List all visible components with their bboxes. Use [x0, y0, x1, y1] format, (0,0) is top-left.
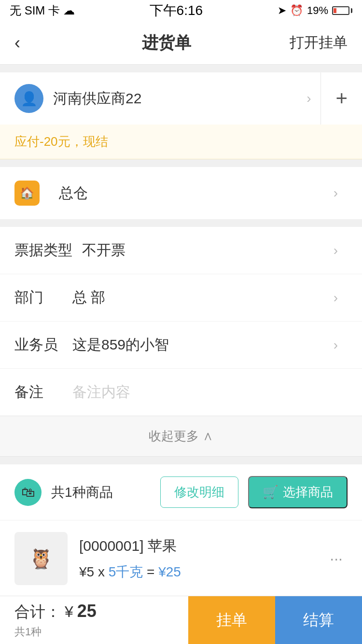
open-hang-button[interactable]: 打开挂单 [290, 33, 348, 53]
price-base: ¥5 [79, 564, 94, 579]
warehouse-chevron-icon: › [324, 185, 348, 201]
remark-row[interactable]: 备注 备注内容 [0, 369, 362, 416]
invoice-row[interactable]: 票据类型 不开票 › [0, 227, 362, 274]
total-symbol: ¥ [65, 603, 73, 621]
back-button[interactable]: ‹ [14, 33, 43, 53]
department-value: 总 部 [72, 288, 324, 308]
status-time: 下午6:16 [150, 1, 203, 20]
supplier-chevron-icon: › [297, 91, 320, 106]
product-more-button[interactable]: ··· [325, 545, 348, 573]
price-equals: = [147, 564, 158, 579]
nav-bar: ‹ 进货单 打开挂单 [0, 21, 362, 65]
form-section: 票据类型 不开票 › 部门 总 部 › 业务员 这是859的小智 › 备注 备注… [0, 227, 362, 416]
status-right: ➤ ⏰ 19% [278, 4, 352, 17]
notice-bar: 应付-20元，现结 [0, 125, 362, 159]
total-count: 共1种 [14, 625, 174, 639]
separator-3 [0, 219, 362, 227]
product-title: 苹果 [148, 538, 177, 554]
warehouse-row[interactable]: 🏠 总仓 › [0, 167, 362, 219]
supplier-section: 👤 河南供应商22 › + [0, 72, 362, 125]
cart-icon: 🛒 [263, 485, 278, 500]
warehouse-name: 总仓 [59, 183, 324, 203]
separator-4 [0, 457, 362, 464]
edit-detail-button[interactable]: 修改明细 [160, 476, 238, 508]
invoice-label: 票据类型 [14, 240, 72, 260]
product-header: 🛍 共1种商品 修改明细 🛒 选择商品 [0, 464, 362, 520]
select-product-button[interactable]: 🛒 选择商品 [248, 476, 348, 508]
product-owl-icon: 🦉 [29, 547, 53, 570]
separator-1 [0, 65, 362, 72]
total-section: 合计： ¥ 25 共1种 [0, 596, 188, 644]
product-code: [0000001] [79, 538, 143, 554]
price-multiply: x [98, 564, 109, 579]
product-thumbnail: 🦉 [14, 532, 68, 585]
product-item: 🦉 [0000001] 苹果 ¥5 x 5千克 = ¥25 ··· [0, 520, 362, 597]
avatar-icon: 👤 [21, 91, 38, 107]
separator-2 [0, 159, 362, 167]
price-total: ¥25 [158, 564, 181, 579]
department-chevron-icon: › [324, 290, 348, 306]
supplier-avatar: 👤 [14, 84, 43, 113]
collapse-bar[interactable]: 收起更多 ∧ [0, 416, 362, 457]
status-bar: 无 SIM 卡 ☁ 下午6:16 ➤ ⏰ 19% [0, 0, 362, 21]
department-label: 部门 [14, 288, 63, 308]
battery-percent: 19% [307, 4, 328, 17]
location-icon: ➤ [278, 4, 286, 17]
bottom-bar: 合计： ¥ 25 共1种 挂单 结算 [0, 596, 362, 644]
remark-label: 备注 [14, 382, 63, 402]
salesperson-row[interactable]: 业务员 这是859的小智 › [0, 322, 362, 369]
supplier-main[interactable]: 👤 河南供应商22 › [0, 72, 321, 125]
battery-icon [332, 6, 352, 15]
price-quantity: 5千克 [109, 564, 143, 579]
product-count-text: 共1种商品 [51, 483, 151, 502]
invoice-chevron-icon: › [324, 243, 348, 258]
product-name: [0000001] 苹果 [79, 536, 325, 556]
salesperson-label: 业务员 [14, 335, 63, 355]
warehouse-icon: 🏠 [14, 181, 40, 206]
add-supplier-button[interactable]: + [321, 87, 362, 110]
supplier-name: 河南供应商22 [53, 89, 297, 109]
signal-text: 无 SIM 卡 ☁ [10, 3, 75, 18]
alarm-icon: ⏰ [290, 4, 303, 17]
salesperson-value: 这是859的小智 [72, 335, 324, 355]
hang-button[interactable]: 挂单 [188, 596, 275, 644]
status-left: 无 SIM 卡 ☁ [10, 3, 75, 18]
select-product-label: 选择商品 [283, 484, 333, 501]
product-info: [0000001] 苹果 ¥5 x 5千克 = ¥25 [79, 536, 325, 581]
product-price: ¥5 x 5千克 = ¥25 [79, 563, 325, 581]
page-title: 进货单 [142, 32, 191, 54]
total-amount: 25 [77, 601, 97, 621]
salesperson-chevron-icon: › [324, 337, 348, 353]
department-row[interactable]: 部门 总 部 › [0, 274, 362, 322]
product-count-icon: 🛍 [14, 479, 42, 506]
total-label: 合计： [14, 602, 61, 623]
remark-input[interactable]: 备注内容 [72, 382, 348, 402]
invoice-value: 不开票 [82, 240, 324, 260]
checkout-button[interactable]: 结算 [275, 596, 362, 644]
bag-icon: 🛍 [21, 484, 35, 500]
total-line: 合计： ¥ 25 [14, 601, 174, 623]
